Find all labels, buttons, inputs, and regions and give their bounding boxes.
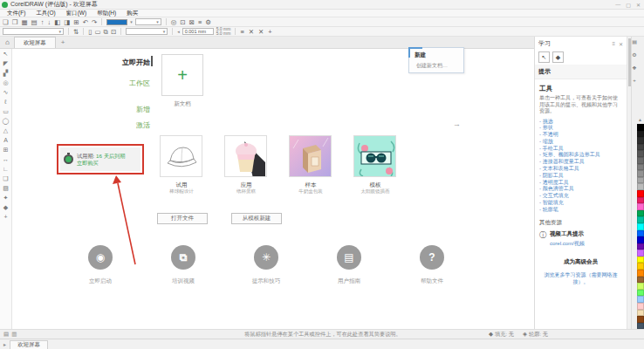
docker-tool-link[interactable]: 智能填充 [539,200,622,207]
menu-item[interactable]: 帮助(H) [92,10,120,17]
palette-swatch[interactable] [637,144,644,151]
palette-swatch[interactable] [637,230,644,237]
page-nav-icon[interactable]: ▸ [0,341,10,347]
palette-swatch[interactable] [637,137,644,144]
docker-tool-link[interactable]: 文本和表格工具 [539,166,622,173]
palette-swatch[interactable] [637,210,644,217]
copy-icon[interactable]: ◨ [64,18,70,26]
resource-icon[interactable]: ◉ [88,245,113,270]
palette-swatch[interactable] [637,216,644,223]
docker-tab-settings-icon[interactable]: ⚙ [632,51,636,58]
palette-swatch[interactable] [637,124,644,131]
palette-swatch[interactable] [637,243,644,250]
dimension-tool[interactable]: ↔ [1,156,11,163]
maximize-button[interactable]: ▢ [626,2,631,8]
palette-swatch[interactable] [637,150,644,157]
save-icon[interactable]: ▦ [21,18,27,26]
palette-swatch[interactable] [637,316,644,323]
new-tab-button[interactable]: + [56,38,71,48]
docker-tool-link[interactable]: 挑选 [539,119,622,126]
duplicate-distance-group[interactable]: 5.0 mm 5.0 mm [216,27,231,36]
docker-tool-link[interactable]: 缩放 [539,139,622,146]
page-size-combo[interactable]: ▾ [126,28,168,35]
training-videos-icon[interactable]: ⧉ 培训视频 [153,245,214,285]
snap-off-icon[interactable]: ✕ [249,28,254,36]
palette-swatch[interactable] [637,164,644,171]
zoom-tool-icon[interactable]: ◎ [171,18,177,26]
freehand-tool[interactable]: ∿ [1,89,11,96]
palette-swatch[interactable] [637,131,644,138]
drop-shadow-tool[interactable]: ❑ [1,175,11,182]
docker-tool-link[interactable]: 不透明 [539,132,622,139]
docker-tool-link[interactable]: 交互式填充 [539,193,622,200]
polygon-tool[interactable]: △ [1,127,11,134]
cut-icon[interactable]: ◧ [54,18,60,26]
docker-close-icon[interactable]: ✕ [619,41,623,47]
palette-swatch[interactable] [637,203,644,210]
palette-swatch[interactable] [637,170,644,177]
zoom-level-combo[interactable]: ▾ [135,18,161,25]
ellipse-tool[interactable]: ◯ [1,118,11,125]
status-icon[interactable]: ▥ [11,331,17,338]
shape-tool[interactable]: ◤ [1,60,11,67]
resource-icon[interactable]: ⧉ [171,245,195,270]
nudge-distance-field[interactable]: 0.001 mm [182,28,214,35]
help-files-icon[interactable]: ? 帮助文件 [401,245,462,285]
print-icon[interactable]: ▤ [31,18,38,26]
color-eyedropper-tool[interactable]: ✦ [1,195,11,202]
tab-welcome-screen[interactable]: 欢迎屏幕 [14,37,56,48]
nav-activate[interactable]: 激活 [99,120,150,130]
palette-swatch[interactable] [637,250,644,257]
palette-swatch[interactable] [637,183,644,190]
palette-swatch[interactable] [637,223,644,230]
palette-swatch[interactable] [637,290,644,297]
new-from-template-button[interactable]: 从模板新建 [231,213,282,224]
undo-icon[interactable]: ↶ [83,18,88,26]
minimize-button[interactable]: — [615,2,620,8]
new-document-icon[interactable]: ❏ [3,18,9,26]
resource-icon[interactable]: ▤ [337,245,361,270]
member-link[interactable]: 浏览更多学习资源（需要网络连接）。 [535,268,627,289]
crop-tool[interactable]: ▞ [1,70,11,77]
settings-icon[interactable]: ⚙ [205,18,211,26]
import-icon[interactable]: ↓ [47,18,51,26]
artistic-media-tool[interactable]: ℓ [1,99,11,106]
palette-swatch[interactable] [637,263,644,270]
palette-swatch[interactable] [637,190,644,197]
new-document-card[interactable]: + [161,54,203,96]
template-card-glasses[interactable] [353,135,396,177]
palette-swatch[interactable] [637,283,644,290]
menu-item[interactable]: 文件(F) [3,10,30,17]
text-tool[interactable]: A [1,137,11,144]
menu-item[interactable]: 窗口(W) [62,10,91,17]
add-property-icon[interactable]: + [268,28,271,36]
interactive-fill-tool[interactable]: ◆ [1,204,11,211]
template-card-carton[interactable] [289,135,332,177]
menu-item[interactable]: 购买 [122,10,142,17]
docker-tool-link[interactable]: 形状 [539,125,622,132]
pick-tool[interactable]: ↖ [1,51,11,58]
rectangle-tool[interactable]: ▭ [1,108,11,115]
portrait-icon[interactable]: ▯ [88,28,92,36]
table-tool[interactable]: ⊞ [1,147,11,154]
palette-swatch[interactable] [637,157,644,164]
swatch-caret-icon[interactable]: ▾ [130,19,133,24]
bottom-tab-welcome-screen[interactable]: 欢迎屏幕 [10,340,48,349]
palette-swatch[interactable] [637,277,644,284]
close-button[interactable]: ✕ [636,2,641,8]
tips-tricks-icon[interactable]: ✳ 提示和技巧 [236,245,297,285]
docker-tab-properties-icon[interactable]: ▤ [632,38,637,44]
open-file-button[interactable]: 打开文件 [157,213,208,224]
docker-menu-icon[interactable]: ≡ [612,41,615,47]
redo-icon[interactable]: ↷ [92,18,97,26]
resource-icon[interactable]: ✳ [254,245,278,270]
launch-icon[interactable]: ◉ 立即启动 [70,245,131,285]
palette-swatch[interactable] [637,236,644,243]
more-tools[interactable]: + [1,214,11,221]
docker-add-icon[interactable]: + [633,78,636,83]
transparency-tool[interactable]: ▨ [1,185,11,192]
nav-workspace[interactable]: 工作区 [99,79,150,88]
palette-swatch[interactable] [637,303,644,310]
user-guide-icon[interactable]: ▤ 用户指南 [319,245,380,285]
palette-swatch[interactable] [637,310,644,317]
